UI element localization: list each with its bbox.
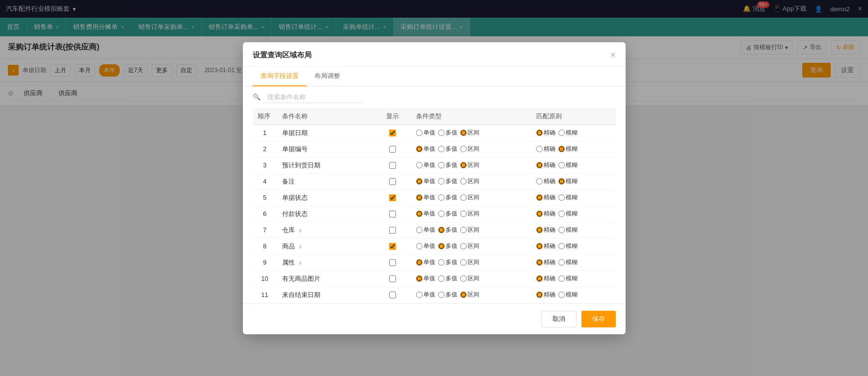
settings-dialog: 设置查询区域布局 × 查询字段设置 布局调整 🔍 顺序 条件名称 (243, 42, 626, 106)
dialog-tab-fields[interactable]: 查询字段设置 (253, 67, 307, 86)
dialog-title: 设置查询区域布局 (253, 51, 312, 60)
dialog-search-input[interactable] (263, 91, 362, 103)
dialog-search-icon: 🔍 (253, 93, 261, 101)
dialog-tab-bar: 查询字段设置 布局调整 (243, 67, 626, 86)
dialog-tab-layout[interactable]: 布局调整 (307, 67, 348, 86)
dialog-overlay: 设置查询区域布局 × 查询字段设置 布局调整 🔍 顺序 条件名称 (0, 0, 868, 105)
dialog-header: 设置查询区域布局 × (243, 42, 626, 67)
dialog-tab-fields-label: 查询字段设置 (261, 72, 299, 80)
dialog-close-button[interactable]: × (610, 50, 616, 60)
dialog-tab-layout-label: 布局调整 (315, 72, 340, 80)
dialog-search-area: 🔍 (243, 86, 626, 106)
